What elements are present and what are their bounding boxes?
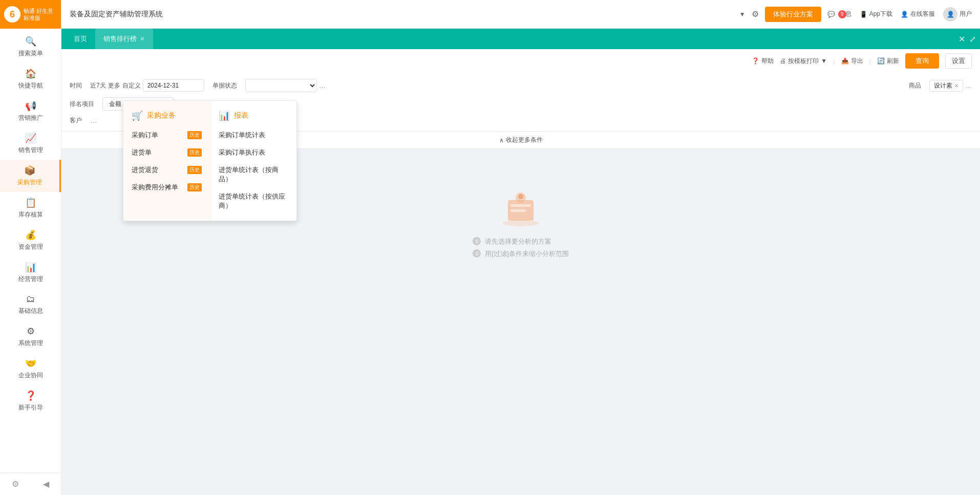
order-status-label: 单据状态: [212, 81, 237, 90]
sidebar-item-inventory[interactable]: 📋 库存核算: [0, 192, 61, 224]
dropdown-item-purchase-expense-label: 采购费用分摊单: [132, 183, 178, 192]
query-button[interactable]: 查询: [905, 53, 939, 69]
date-option-more[interactable]: 更多: [108, 81, 120, 90]
sidebar-collapse-button[interactable]: ◀: [43, 479, 49, 489]
date-input[interactable]: [143, 79, 204, 92]
dropdown-item-stock-return-label: 进货退货: [132, 165, 158, 175]
refresh-action[interactable]: 🔄 刷新: [877, 57, 899, 66]
svg-point-5: [518, 194, 523, 199]
tab-expand-icon[interactable]: ✕: [958, 34, 965, 44]
sidebar-item-sales-label: 销售管理: [18, 146, 43, 155]
top-header: 装备及固定资产辅助管理系统 ▼ ⚙ 体验行业方案 💬 9 消息 📱 App下载 …: [61, 0, 980, 29]
help-label: 帮助: [761, 57, 774, 66]
sidebar-item-marketing-label: 营销推广: [18, 114, 43, 122]
sidebar-item-quicknav[interactable]: 🏠 快捷导航: [0, 63, 61, 95]
help-action[interactable]: ❓ 帮助: [752, 57, 774, 66]
logo-text: 畅通 好生意 标准版: [24, 7, 53, 22]
tab-close-button[interactable]: ✕: [140, 35, 145, 42]
sidebar-item-enterprise[interactable]: 🤝 企业协同: [0, 353, 61, 385]
sidebar-bottom: ⚙ ◀: [0, 472, 61, 495]
empty-tips: ① 请先选择要分析的方案 ② 用[过滤]条件来缩小分析范围: [473, 237, 568, 259]
settings-icon[interactable]: ⚙: [752, 9, 759, 19]
refresh-icon: 🔄: [877, 57, 885, 64]
sidebar-item-purchase[interactable]: 📦 采购管理: [0, 160, 61, 192]
sidebar-settings-button[interactable]: ⚙: [12, 479, 19, 489]
goods-tag-close[interactable]: ✕: [954, 83, 958, 89]
purchase-business-title: 采购业务: [147, 111, 176, 120]
dropdown-item-purchase-order-label: 采购订单: [132, 131, 158, 140]
date-option-custom[interactable]: 自定义: [122, 81, 141, 90]
sidebar-item-basic[interactable]: 🗂 基础信息: [0, 289, 61, 320]
header-right: 💬 9 消息 📱 App下载 👤 在线客服 👤 用户: [827, 7, 972, 21]
dropdown-item-purchase-order[interactable]: 采购订单 历史: [123, 126, 210, 144]
dropdown-item-stock-in[interactable]: 进货单 历史: [123, 144, 210, 161]
industry-button[interactable]: 体验行业方案: [765, 7, 821, 22]
stock-in-history-badge: 历史: [187, 148, 202, 157]
date-option-7days[interactable]: 近7天: [90, 81, 106, 90]
app-download-action[interactable]: 📱 App下载: [860, 10, 892, 18]
tab-fullscreen-icon[interactable]: ⤢: [969, 34, 976, 44]
tab-bar-right: ✕ ⤢: [958, 34, 976, 44]
message-action[interactable]: 💬 9 消息: [827, 10, 851, 18]
sidebar-item-operations[interactable]: 📊 经营管理: [0, 256, 61, 289]
customer-more[interactable]: ...: [90, 116, 97, 125]
online-service-label: 在线客服: [910, 10, 935, 18]
purchase-business-header: 🛒 采购业务: [123, 107, 210, 126]
print-icon: 🖨: [780, 57, 786, 64]
sidebar-item-search[interactable]: 🔍 搜索菜单: [0, 31, 61, 63]
goods-more[interactable]: ...: [965, 81, 972, 90]
order-status-select[interactable]: [245, 79, 317, 92]
dropdown-item-order-exec-label: 采购订单执行表: [219, 148, 265, 157]
system-dropdown[interactable]: ▼: [739, 11, 745, 18]
empty-tip-2: ② 用[过滤]条件来缩小分析范围: [473, 249, 568, 259]
order-status-more[interactable]: ...: [319, 81, 326, 90]
phone-icon: 📱: [860, 11, 867, 18]
dropdown-item-stock-in-label: 进货单: [132, 148, 152, 157]
sidebar-item-sales[interactable]: 📈 销售管理: [0, 127, 61, 160]
sidebar-item-newbie[interactable]: ❓ 新手引导: [0, 385, 61, 417]
dropdown-item-stock-stat-goods[interactable]: 进货单统计表（按商品）: [210, 161, 297, 188]
rank-item-label: 排名项目: [70, 100, 94, 109]
sidebar-item-finance[interactable]: 💰 资金管理: [0, 224, 61, 256]
filter-toolbar: ❓ 帮助 🖨 按模板打印 ▼ | 📤 导出 | 🔄 刷新 查询 设置: [61, 49, 980, 73]
print-dropdown-icon[interactable]: ▼: [821, 57, 827, 64]
sidebar-nav: 🔍 搜索菜单 🏠 快捷导航 📢 营销推广 📈 销售管理 📦 采购管理 📋 库存核…: [0, 29, 61, 472]
export-icon: 📤: [841, 57, 849, 64]
purchase-report-col: 📊 报表 采购订单统计表 采购订单执行表 进货单统计表（按商品） 进货单统计表（…: [210, 101, 297, 221]
sales-icon: 📈: [25, 133, 36, 144]
sidebar-item-inventory-label: 库存核算: [18, 210, 43, 219]
dropdown-item-stock-stat-supplier[interactable]: 进货单统计表（按供应商）: [210, 188, 297, 214]
tab-sales-rank[interactable]: 销售排行榜 ✕: [95, 29, 153, 49]
finance-icon: 💰: [25, 229, 36, 241]
sidebar-item-search-label: 搜索菜单: [18, 49, 43, 58]
print-action[interactable]: 🖨 按模板打印 ▼: [780, 57, 827, 66]
help-icon: ❓: [752, 57, 759, 64]
goods-tag-text: 设计素: [934, 81, 952, 90]
svg-rect-2: [510, 204, 531, 207]
svg-rect-3: [510, 209, 526, 212]
avatar-icon: 👤: [947, 11, 954, 18]
purchase-report-title: 报表: [234, 111, 248, 120]
tab-home[interactable]: 首页: [66, 29, 95, 49]
tip-num-2: ②: [473, 249, 481, 257]
sidebar-item-system[interactable]: ⚙ 系统管理: [0, 320, 61, 353]
dropdown-item-stock-return[interactable]: 进货退货 历史: [123, 161, 210, 179]
sidebar-item-marketing[interactable]: 📢 营销推广: [0, 95, 61, 127]
export-action[interactable]: 📤 导出: [841, 57, 863, 66]
empty-tip-2-text: 用[过滤]条件来缩小分析范围: [485, 249, 568, 259]
dropdown-item-order-exec[interactable]: 采购订单执行表: [210, 144, 297, 161]
avatar: 👤: [943, 7, 957, 21]
export-label: 导出: [851, 57, 863, 66]
filter-row-1: 时间 近7天 更多 自定义 单据状态 ... 商品 设计素: [70, 79, 972, 92]
enterprise-icon: 🤝: [25, 358, 36, 369]
user-action[interactable]: 👤 用户: [943, 7, 972, 21]
tab-home-label: 首页: [74, 34, 87, 44]
stock-return-history-badge: 历史: [187, 166, 202, 174]
online-service-action[interactable]: 👤 在线客服: [901, 10, 935, 18]
purchase-report-icon: 📊: [219, 110, 230, 121]
filter-settings-button[interactable]: 设置: [945, 53, 972, 69]
dropdown-item-order-stat[interactable]: 采购订单统计表: [210, 126, 297, 144]
customer-label: 客户: [70, 116, 82, 125]
sidebar-item-system-label: 系统管理: [18, 339, 43, 348]
dropdown-item-purchase-expense[interactable]: 采购费用分摊单 历史: [123, 179, 210, 196]
